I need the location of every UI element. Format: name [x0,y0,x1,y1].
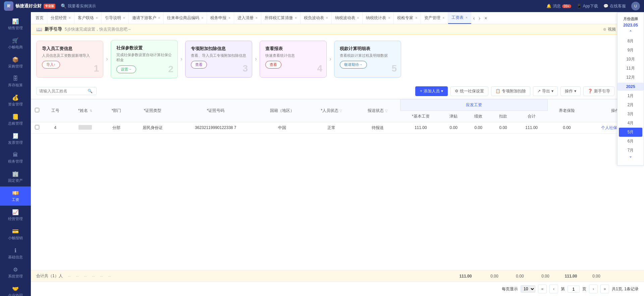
tab-home[interactable]: 首页 [32,12,47,24]
tab-close-icon[interactable]: × [228,16,230,20]
month-item-11[interactable]: 11月 [618,64,644,73]
tab-salary-table[interactable]: 工资表 × [448,12,471,24]
add-employee-button[interactable]: + 添加人员 ▾ [415,86,448,96]
step-4-button[interactable]: 查看 [265,61,281,69]
month-nav-down-icon[interactable]: ˅ [629,156,632,162]
month-item-4[interactable]: 4月 [618,119,644,128]
report-filter-icon[interactable]: ▽ [385,109,388,113]
step-2-button[interactable]: 设置→ [116,66,136,73]
tab-close-icon[interactable]: × [96,16,98,20]
month-item-3[interactable]: 3月 [618,110,644,119]
tab-nav-next[interactable]: › [477,15,482,21]
sidebar-item-operations[interactable]: 📈 经营管理 [0,206,31,225]
month-item-6[interactable]: 6月 [618,137,644,146]
unified-settings-button[interactable]: ⚙ 统一社保设置 [450,86,488,96]
sidebar-item-system[interactable]: ⚙ 系统管理 [0,263,31,282]
user-avatar[interactable]: U [631,2,640,10]
step-5-button[interactable]: 敬请期待→ [340,61,367,69]
guide-button[interactable]: ❓ 新手引导 [583,86,614,96]
page-prev-button[interactable]: ‹ [549,285,558,293]
sidebar-item-ecommerce[interactable]: 🛒 小畅电商 [0,34,31,53]
sidebar-item-finance[interactable]: 💰 资金管理 [0,91,31,110]
tab-invite[interactable]: 邀请下游客户 × [129,12,164,24]
month-picker-title: 月份选择 [621,15,641,23]
per-page-select[interactable]: 10 20 50 [521,285,535,293]
month-item-8[interactable]: 8月 [618,37,644,46]
tab-tax-burden[interactable]: 税负波动表 × [301,12,332,24]
tab-close-icon[interactable]: × [158,16,160,20]
search-icon[interactable]: 🔍 [88,89,93,93]
page-first-button[interactable]: « [538,285,547,293]
month-item-5[interactable]: 5月 [619,128,642,137]
sidebar-item-purchase[interactable]: 📦 采购管理 [0,53,31,72]
step-3-button[interactable]: 查看 [191,61,207,69]
sidebar-item-assets[interactable]: 🏢 固定资产 [0,167,31,186]
sidebar-item-invoice[interactable]: 🧾 发票管理 [0,129,31,149]
sidebar-item-ledger[interactable]: 📒 总账管理 [0,110,31,129]
tab-tax-fluctuation[interactable]: 纳税波动表 × [332,12,363,24]
operations-button[interactable]: 操作 ▾ [560,86,581,96]
page-next-button[interactable]: › [589,285,598,293]
tab-close-icon[interactable]: × [415,16,417,20]
tab-tax-stats[interactable]: 纳税统计表 × [363,12,394,24]
step-1-button[interactable]: 导入↑ [42,61,60,69]
tab-guide[interactable]: 引导说明 × [102,12,129,24]
tab-close-icon[interactable]: × [201,16,203,20]
sidebar-item-expense[interactable]: 💳 小畅报销 [0,225,31,244]
page-input[interactable] [568,286,580,293]
tab-close-all[interactable]: × [482,15,489,21]
tab-asset-management[interactable]: 资产管理 × [421,12,448,24]
month-item-10[interactable]: 10月 [618,55,644,64]
tab-close-icon[interactable]: × [442,16,444,20]
month-item-2[interactable]: 2月 [618,100,644,110]
video-link[interactable]: ⊙ 视频 [603,27,615,32]
month-picker-year[interactable]: 2023.05 [623,23,638,28]
tab-close-icon[interactable]: × [326,16,328,20]
tab-clearance[interactable]: 进入清册 × [234,12,261,24]
tab-close-icon[interactable]: × [69,16,71,20]
online-service-button[interactable]: 💬 在线客服 [603,3,626,9]
tab-tier-management[interactable]: 分层经营 × [47,12,74,24]
search-box[interactable]: 🔍 [36,87,97,95]
month-item-7[interactable]: 7月 [618,146,644,155]
name-sort-icon[interactable]: ⇅ [90,109,92,113]
demo-link[interactable]: 我要看实例演示 [68,3,96,9]
search-globe-icon: 🔍 [61,3,66,9]
page-last-button[interactable]: » [600,285,609,293]
tab-close-icon[interactable]: × [295,16,297,20]
export-button[interactable]: ↗ 导出 ▾ [533,86,558,96]
sidebar-item-label: 基础信息 [8,255,23,260]
month-nav-up-icon[interactable]: ˄ [629,30,632,36]
tab-close-icon[interactable]: × [123,16,125,20]
tab-nav-prev[interactable]: ‹ [471,15,477,21]
tab-tax-filing[interactable]: 税务申报 × [207,12,234,24]
sidebar-item-cooperation[interactable]: 🤝 企业协同 [0,282,31,296]
tab-income-tax[interactable]: 所得税汇算清缴 × [261,12,301,24]
tax-icon: 🏛 [13,152,18,158]
sidebar-item-basicinfo[interactable]: ℹ 基础信息 [0,244,31,263]
tab-product-code[interactable]: 往来单位商品编码 × [164,12,207,24]
app-download-button[interactable]: 📱 App下载 [577,3,598,9]
tab-close-active-icon[interactable]: × [466,16,468,19]
status-filter-icon[interactable]: ▽ [339,109,342,113]
month-item-12[interactable]: 12月 [618,73,644,82]
tab-close-icon[interactable]: × [388,16,390,20]
tab-tax-expert[interactable]: 税检专家 × [394,12,421,24]
tab-close-icon[interactable]: × [357,16,359,20]
month-year-2025[interactable]: 2025 [618,83,644,91]
search-input[interactable] [39,89,86,93]
row-select-checkbox[interactable] [35,125,39,129]
special-deduction-button[interactable]: 📋 专项附加扣除 [491,86,530,96]
sidebar-item-inventory[interactable]: 🗄 库存核算 [0,72,31,91]
sidebar-item-salary[interactable]: 💴 工资 [0,186,31,206]
select-all-checkbox[interactable] [35,108,39,112]
tab-close-icon[interactable]: × [256,16,258,20]
sidebar-item-tax[interactable]: 🏛 税务管理 [0,149,31,167]
month-item-1[interactable]: 1月 [618,91,644,100]
sidebar-item-sales[interactable]: 📊 销售管理 [0,15,31,34]
guide-subtitle: 5步快速完成设置，快去完善信息吧～ [65,27,131,32]
messages-button[interactable]: 🔔 消息 99+ [546,3,571,9]
month-item-9[interactable]: 9月 [618,46,644,55]
personal-insurance-link[interactable]: 个人社保 [601,125,617,130]
tab-customer[interactable]: 客户联络 × [74,12,102,24]
